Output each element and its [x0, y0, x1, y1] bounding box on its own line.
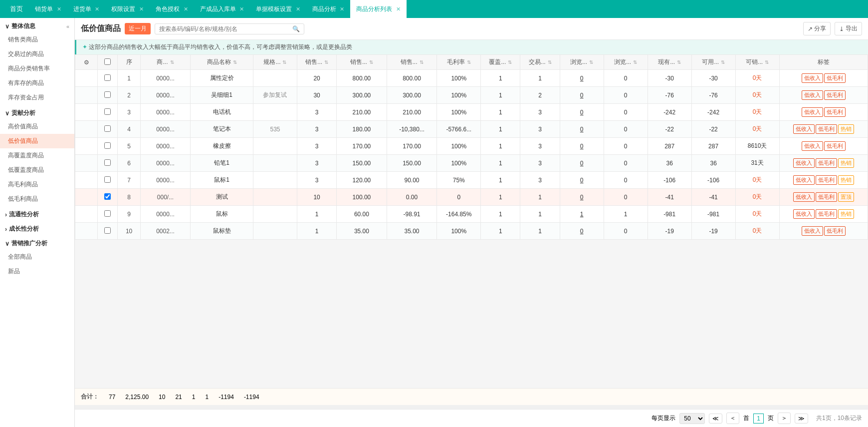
sidebar-item-all-goods[interactable]: 全部商品	[0, 250, 74, 264]
share-button[interactable]: ↗ 分享	[803, 22, 831, 35]
sidebar-group-growth[interactable]: › 成长性分析	[0, 221, 74, 235]
row-select-checkbox[interactable]	[104, 108, 111, 115]
row-select-checkbox[interactable]	[104, 210, 111, 217]
row-browse1[interactable]: 0	[560, 104, 604, 121]
row-checkbox[interactable]	[98, 138, 118, 155]
sidebar-item-low-coverage[interactable]: 低覆盖度商品	[0, 163, 74, 177]
col-header-cover[interactable]: 覆盖...⇅	[481, 55, 520, 70]
nav-item-roles[interactable]: 角色授权 ✕	[150, 0, 194, 18]
nav-close-product-analysis-list[interactable]: ✕	[396, 6, 401, 12]
col-header-stock[interactable]: 现有...⇅	[648, 55, 691, 70]
row-browse1[interactable]: 1	[560, 206, 604, 223]
nav-close-sales[interactable]: ✕	[57, 6, 61, 12]
sidebar-item-new-goods[interactable]: 新品	[0, 264, 74, 279]
nav-item-product-in[interactable]: 产成品入库单 ✕	[194, 0, 250, 18]
horizontal-scrollbar[interactable]	[75, 405, 868, 409]
col-header-sales-amt[interactable]: 销售...⇅	[337, 55, 387, 70]
nav-item-home[interactable]: 首页	[4, 0, 29, 18]
search-icon[interactable]: 🔍	[292, 25, 300, 32]
row-browse1[interactable]: 0	[560, 155, 604, 172]
row-browse2: 0	[604, 223, 648, 240]
sidebar-item-low-margin[interactable]: 低毛利商品	[0, 192, 74, 206]
col-header-trade[interactable]: 交易...⇅	[520, 55, 560, 70]
sidebar-item-high-value[interactable]: 高价值商品	[0, 119, 74, 134]
row-sales-qty: 20	[297, 70, 336, 87]
row-select-checkbox[interactable]	[104, 91, 111, 98]
nav-item-template[interactable]: 单据模板设置 ✕	[250, 0, 306, 18]
sidebar-group-contribution[interactable]: ∨ 贡献分析	[0, 105, 74, 119]
col-header-browse2[interactable]: 浏览...⇅	[604, 55, 648, 70]
nav-close-product-in[interactable]: ✕	[239, 6, 244, 12]
row-checkbox[interactable]	[98, 155, 118, 172]
row-settings	[75, 155, 98, 172]
sidebar-item-high-margin[interactable]: 高毛利商品	[0, 177, 74, 192]
nav-close-product-analysis[interactable]: ✕	[340, 6, 344, 12]
row-code: 0000...	[140, 172, 191, 189]
prev-page-button[interactable]: ＜	[726, 413, 739, 424]
row-checkbox[interactable]	[98, 70, 118, 87]
row-checkbox[interactable]	[98, 206, 118, 223]
row-checkbox[interactable]	[98, 172, 118, 189]
row-checkbox[interactable]	[98, 223, 118, 240]
col-header-salable[interactable]: 可销...⇅	[735, 55, 779, 70]
page-size-select[interactable]: 50 100 200	[679, 413, 705, 424]
col-header-sales-qty[interactable]: 销售...⇅	[297, 55, 336, 70]
sidebar-collapse-icon[interactable]: «	[66, 23, 69, 29]
row-settings	[75, 189, 98, 206]
sidebar-item-category-sales[interactable]: 商品分类销售率	[0, 61, 74, 76]
col-header-settings[interactable]: ⚙	[75, 55, 98, 70]
row-select-checkbox[interactable]	[104, 176, 111, 183]
nav-item-purchase[interactable]: 进货单 ✕	[67, 0, 106, 18]
col-header-sales-avg[interactable]: 销售...⇅	[387, 55, 437, 70]
sidebar-item-low-value[interactable]: 低价值商品	[0, 134, 74, 148]
first-page-button[interactable]: ≪	[709, 414, 722, 424]
sidebar-item-capital-occupation[interactable]: 库存资金占用	[0, 90, 74, 105]
col-header-name[interactable]: 商品名称⇅	[191, 55, 253, 70]
row-checkbox[interactable]	[98, 104, 118, 121]
col-header-spec[interactable]: 规格...⇅	[253, 55, 297, 70]
nav-item-sales[interactable]: 销货单 ✕	[29, 0, 67, 18]
row-checkbox[interactable]	[98, 121, 118, 138]
sidebar-group-circulation[interactable]: › 流通性分析	[0, 206, 74, 221]
export-button[interactable]: ⤓ 导出	[835, 22, 862, 35]
sidebar-item-traded-goods[interactable]: 交易过的商品	[0, 47, 74, 61]
row-checkbox[interactable]	[98, 189, 118, 206]
row-checkbox[interactable]	[98, 87, 118, 104]
col-header-gross[interactable]: 毛利率⇅	[437, 55, 481, 70]
nav-item-product-analysis[interactable]: 商品分析 ✕	[306, 0, 351, 18]
row-browse1[interactable]: 0	[560, 121, 604, 138]
nav-close-roles[interactable]: ✕	[184, 6, 188, 12]
nav-close-purchase[interactable]: ✕	[95, 6, 99, 12]
col-header-avail[interactable]: 可用...⇅	[691, 55, 735, 70]
nav-close-template[interactable]: ✕	[296, 6, 300, 12]
row-browse1[interactable]: 0	[560, 138, 604, 155]
next-page-button[interactable]: ＞	[778, 413, 791, 424]
col-header-check[interactable]	[98, 55, 118, 70]
row-browse1[interactable]: 0	[560, 70, 604, 87]
filter-period-button[interactable]: 近一月	[125, 23, 151, 34]
alert-banner: ✦ 这部分商品的销售收入大幅低于商品平均销售收入，价值不高，可考虑调整营销策略，…	[75, 40, 868, 54]
col-header-browse1[interactable]: 浏览...⇅	[560, 55, 604, 70]
sidebar-group-overall[interactable]: ∨ 整体信息 «	[0, 18, 74, 32]
nav-close-permissions[interactable]: ✕	[139, 6, 144, 12]
nav-item-permissions[interactable]: 权限设置 ✕	[105, 0, 150, 18]
row-select-checkbox[interactable]	[104, 142, 111, 149]
sidebar-item-high-coverage[interactable]: 高覆盖度商品	[0, 148, 74, 163]
row-browse1[interactable]: 0	[560, 172, 604, 189]
row-select-checkbox[interactable]	[104, 125, 111, 132]
row-select-checkbox[interactable]	[104, 74, 111, 81]
sidebar-item-stocked-goods[interactable]: 有库存的商品	[0, 76, 74, 90]
row-select-checkbox[interactable]	[104, 227, 111, 234]
search-input[interactable]	[159, 25, 290, 32]
row-select-checkbox[interactable]	[104, 159, 111, 166]
col-header-code[interactable]: 商...⇅	[140, 55, 191, 70]
select-all-checkbox[interactable]	[104, 58, 111, 65]
nav-item-product-analysis-list[interactable]: 商品分析列表 ✕	[350, 0, 407, 18]
sidebar-group-marketing[interactable]: ∨ 营销推广分析	[0, 235, 74, 250]
row-select-checkbox[interactable]	[104, 193, 111, 200]
row-browse1[interactable]: 0	[560, 223, 604, 240]
sidebar-item-sales-goods[interactable]: 销售类商品	[0, 32, 74, 47]
row-browse1[interactable]: 0	[560, 189, 604, 206]
last-page-button[interactable]: ≫	[795, 414, 808, 424]
row-browse1[interactable]: 0	[560, 87, 604, 104]
